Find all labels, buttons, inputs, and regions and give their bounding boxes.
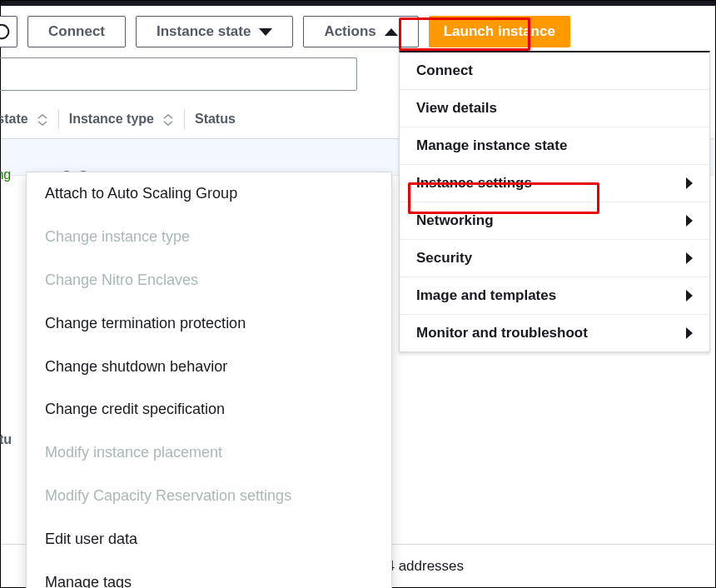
sm-change-termination[interactable]: Change termination protection bbox=[27, 302, 391, 346]
sm-modify-placement: Modify instance placement bbox=[27, 431, 391, 475]
refresh-icon bbox=[0, 22, 11, 41]
submenu-item-label: Change Nitro Enclaves bbox=[45, 272, 198, 288]
menu-networking[interactable]: Networking bbox=[400, 202, 709, 240]
menu-item-label: Instance settings bbox=[416, 175, 532, 192]
sm-modify-capacity: Modify Capacity Reservation settings bbox=[27, 475, 391, 518]
submenu-item-label: Manage tags bbox=[45, 574, 132, 588]
sort-icon[interactable] bbox=[37, 114, 48, 126]
chevron-right-icon bbox=[686, 290, 693, 301]
chevron-right-icon bbox=[686, 215, 693, 227]
menu-item-label: View details bbox=[416, 100, 497, 117]
submenu-item-label: Edit user data bbox=[45, 531, 137, 547]
col-state[interactable]: e state bbox=[0, 112, 28, 127]
state-running: ning bbox=[0, 167, 11, 182]
submenu-item-label: Change credit specification bbox=[45, 401, 225, 417]
submenu-item-label: Attach to Auto Scaling Group bbox=[45, 185, 237, 202]
menu-security[interactable]: Security bbox=[400, 240, 709, 277]
menu-item-label: Connect bbox=[416, 62, 473, 79]
submenu-item-label: Modify instance placement bbox=[45, 444, 222, 461]
menu-instance-settings[interactable]: Instance settings bbox=[400, 165, 709, 202]
partial-label: tu bbox=[0, 432, 12, 447]
launch-label: Launch instance bbox=[444, 23, 555, 40]
col-status[interactable]: Status bbox=[195, 112, 236, 127]
submenu-item-label: Change instance type bbox=[45, 228, 190, 245]
actions-label: Actions bbox=[324, 23, 375, 40]
actions-button[interactable]: Actions bbox=[303, 16, 418, 47]
instance-settings-submenu: Attach to Auto Scaling Group Change inst… bbox=[26, 172, 392, 588]
instance-state-button[interactable]: Instance state bbox=[136, 16, 293, 47]
chevron-right-icon bbox=[686, 252, 693, 264]
sm-change-instance-type: Change instance type bbox=[27, 216, 391, 259]
menu-item-label: Image and templates bbox=[416, 287, 556, 304]
refresh-button[interactable] bbox=[0, 16, 17, 47]
menu-item-label: Security bbox=[416, 250, 472, 267]
menu-connect[interactable]: Connect bbox=[400, 52, 709, 90]
submenu-item-label: Change termination protection bbox=[45, 315, 246, 331]
submenu-item-label: Change shutdown behavior bbox=[45, 358, 227, 375]
connect-button[interactable]: Connect bbox=[27, 16, 126, 47]
menu-item-label: Manage instance state bbox=[416, 137, 567, 154]
menu-manage-state[interactable]: Manage instance state bbox=[400, 127, 709, 165]
menu-monitor[interactable]: Monitor and troubleshoot bbox=[400, 315, 709, 351]
menu-image-templates[interactable]: Image and templates bbox=[400, 277, 709, 315]
sm-change-credit[interactable]: Change credit specification bbox=[27, 388, 391, 431]
instance-state-label: Instance state bbox=[157, 23, 251, 40]
search-input[interactable] bbox=[0, 57, 357, 91]
sm-change-nitro: Change Nitro Enclaves bbox=[27, 259, 391, 302]
sm-attach-asg[interactable]: Attach to Auto Scaling Group bbox=[27, 172, 391, 216]
chevron-right-icon bbox=[686, 177, 693, 189]
connect-label: Connect bbox=[48, 23, 105, 40]
chevron-right-icon bbox=[686, 327, 693, 339]
col-type[interactable]: Instance type bbox=[69, 112, 154, 127]
menu-item-label: Networking bbox=[416, 212, 494, 229]
chevron-up-icon bbox=[385, 28, 398, 36]
sort-icon[interactable] bbox=[162, 114, 174, 126]
launch-instances-button[interactable]: Launch instance bbox=[429, 16, 570, 47]
toolbar: Connect Instance state Actions Launch in… bbox=[1, 6, 715, 57]
actions-menu: Connect View details Manage instance sta… bbox=[399, 51, 710, 352]
menu-item-label: Monitor and troubleshoot bbox=[416, 325, 588, 341]
sm-change-shutdown[interactable]: Change shutdown behavior bbox=[27, 346, 391, 389]
chevron-down-icon bbox=[259, 28, 272, 36]
submenu-item-label: Modify Capacity Reservation settings bbox=[45, 487, 291, 504]
sm-manage-tags[interactable]: Manage tags bbox=[27, 561, 391, 588]
menu-view-details[interactable]: View details bbox=[400, 90, 709, 127]
sm-edit-user-data[interactable]: Edit user data bbox=[27, 518, 391, 561]
